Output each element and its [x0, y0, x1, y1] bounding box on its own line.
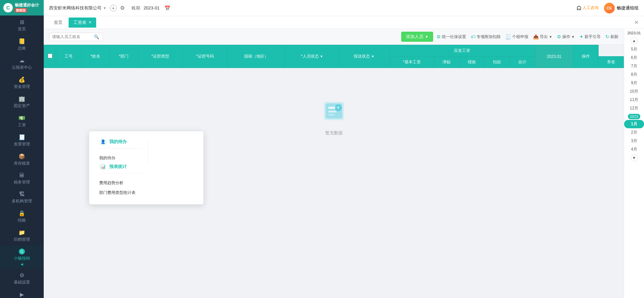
select-all-header[interactable]	[44, 45, 56, 68]
sidebar-item-invoice[interactable]: 🧾 发票管理	[0, 131, 44, 150]
cal-month-2[interactable]: 2月	[624, 128, 644, 137]
social-security-button[interactable]: ⚙ 统一社保设置	[437, 34, 466, 40]
select-all-checkbox[interactable]	[48, 54, 52, 58]
cal-nav-up[interactable]: ▲	[631, 37, 638, 44]
tab-home[interactable]: 首页	[49, 18, 67, 28]
add-company-button[interactable]: +	[110, 5, 117, 11]
sidebar-item-fixed-assets[interactable]: 🏢 固定资产	[0, 92, 44, 111]
col-report-status: 报送状态 ▼	[339, 45, 389, 68]
sidebar-item-label: 结账	[18, 218, 26, 223]
sidebar-item-xiaochang[interactable]: G 小畅报销 ◀	[0, 245, 44, 269]
ops-chevron-icon: ▼	[571, 35, 575, 39]
guide-icon: ▶	[20, 291, 24, 298]
operations-icon: ⚙	[557, 34, 561, 39]
svg-rect-4	[328, 114, 334, 115]
multi-org-icon: 🏗	[19, 191, 25, 197]
logo-text: 畅捷通好会计	[15, 3, 39, 7]
search-box[interactable]: 🔍	[49, 33, 103, 41]
individual-tax-button[interactable]: 🧾 个税申报	[505, 34, 528, 40]
col-total: 合计	[510, 57, 535, 68]
sidebar-item-label: 发票管理	[14, 141, 30, 147]
cal-month-6[interactable]: 6月	[624, 54, 644, 62]
sidebar-item-close[interactable]: 🔒 结账	[0, 207, 44, 226]
col-base-salary: *基本工资	[389, 57, 434, 68]
col-number: 工号	[56, 45, 81, 68]
customer-service-button[interactable]: 🎧 人工咨询	[576, 5, 599, 11]
sidebar-item-home[interactable]: ⊞ 首页	[0, 15, 44, 35]
sidebar-item-archive[interactable]: 📁 归档管理	[0, 226, 44, 245]
export-button[interactable]: 📤 导出 ▼	[533, 34, 552, 40]
cal-month-10[interactable]: 10月	[624, 87, 644, 96]
cal-year-header: 2023.01	[628, 31, 641, 35]
sidebar-item-label: 归档管理	[14, 237, 30, 242]
cal-nav-down[interactable]: ▼	[631, 154, 638, 162]
toolbar-actions: ⚙ 统一社保设置 🏷 专项附加扣除 🧾 个税申报 📤 导出 ▼	[437, 34, 618, 40]
invoice-icon: 🧾	[18, 134, 25, 140]
operations-button[interactable]: ⚙ 操作 ▼	[557, 34, 575, 40]
cal-month-4[interactable]: 4月	[624, 145, 644, 154]
sidebar-item-multi-org[interactable]: 🏗 多机构管理	[0, 188, 44, 207]
tab-home-label: 首页	[54, 20, 63, 26]
popup-item-my-todo[interactable]: 我的待办	[99, 153, 143, 163]
col-name: *姓名	[81, 45, 109, 68]
cal-year-label: 2023	[628, 114, 640, 119]
sidebar-item-label: 库存核算	[14, 161, 30, 166]
sidebar-item-basic[interactable]: ⚙ 基础设置	[0, 269, 44, 288]
cal-month-5[interactable]: 5月	[624, 45, 644, 54]
add-person-button[interactable]: 添加人员 ▼	[401, 32, 433, 42]
popup-section-todo: 👤 我的待办 我的待办	[96, 138, 146, 163]
user-menu[interactable]: CE 畅捷通组组	[604, 3, 639, 13]
sidebar-item-ledger[interactable]: 📒 总账	[0, 35, 44, 54]
sidebar: C 畅捷通好会计 旗舰版 ⊞ 首页 📒 总账 ☁ 云报表中心 💰 资金管理 🏢 …	[0, 0, 44, 298]
sidebar-item-guide[interactable]: ▶ 新手引导	[0, 288, 44, 298]
report-status-filter-icon[interactable]: ▼	[371, 55, 375, 58]
settings-icon: ⚙	[20, 272, 24, 278]
cal-month-7[interactable]: 7月	[624, 62, 644, 70]
tab-payroll-label: 工资表	[73, 20, 86, 26]
svg-rect-3	[328, 111, 336, 112]
sidebar-item-inventory[interactable]: 📦 库存核算	[0, 150, 44, 169]
period-label: 账期	[131, 5, 140, 11]
ledger-icon: 📒	[18, 38, 25, 44]
sidebar-item-label: 首页	[18, 26, 26, 32]
period-value: 2023-01	[144, 5, 160, 10]
cloud-icon: ☁	[19, 57, 25, 64]
xiaochang-icon: G	[19, 249, 25, 255]
cal-month-11[interactable]: 11月	[624, 96, 644, 104]
sidebar-item-fund[interactable]: 💰 资金管理	[0, 73, 44, 92]
tab-payroll-table[interactable]: 工资表 ✕	[69, 18, 96, 28]
cal-month-12[interactable]: 12月	[624, 104, 644, 112]
headset-icon: 🎧	[576, 6, 581, 10]
search-icon[interactable]: 🔍	[94, 34, 99, 39]
report-icon: 📊	[99, 163, 107, 170]
popup-section-todo-title: 👤 我的待办	[99, 138, 143, 148]
avatar: CE	[604, 3, 615, 13]
sidebar-item-cloud-report[interactable]: ☁ 云报表中心	[0, 54, 44, 73]
new-guide-icon: ✦	[579, 34, 583, 39]
refresh-button[interactable]: ↻ 刷新	[605, 34, 618, 40]
close-all-tabs-button[interactable]: ✕	[634, 19, 639, 26]
company-name[interactable]: 西安虾米网络科技有限公司 ▼	[49, 5, 107, 11]
export-icon: 📤	[533, 34, 539, 39]
sidebar-item-payroll[interactable]: 💵 工资	[0, 111, 44, 131]
popup-item-dept-expense[interactable]: 部门费用类型统计表	[99, 188, 143, 198]
special-deduct-icon: 🏷	[471, 34, 476, 39]
sidebar-item-label: 总账	[18, 45, 26, 51]
tax-icon: 🏛	[19, 172, 25, 178]
search-input[interactable]	[52, 34, 92, 39]
new-guide-button[interactable]: ✦ 新手引导	[579, 34, 601, 40]
cal-month-3[interactable]: 3月	[624, 137, 644, 145]
cal-month-1[interactable]: 1月	[624, 120, 644, 128]
logo-sub: 旗舰版	[15, 8, 27, 12]
person-type-filter-icon[interactable]: ▼	[320, 55, 323, 58]
special-deduct-button[interactable]: 🏷 专项附加扣除	[471, 34, 501, 40]
tab-close-icon[interactable]: ✕	[88, 20, 91, 25]
cal-month-8[interactable]: 8月	[624, 70, 644, 79]
popup-item-expense-trend[interactable]: 费用趋势分析	[99, 178, 143, 188]
sidebar-item-tax[interactable]: 🏛 税务管理	[0, 169, 44, 188]
company-settings-button[interactable]: ⚙	[120, 5, 125, 11]
calendar-icon[interactable]: 📅	[164, 5, 170, 11]
inventory-icon: 📦	[18, 153, 25, 160]
cal-month-9[interactable]: 9月	[624, 79, 644, 87]
toolbar: 🔍 添加人员 ▼ ⚙ 统一社保设置 🏷 专项附加扣除	[44, 29, 624, 45]
